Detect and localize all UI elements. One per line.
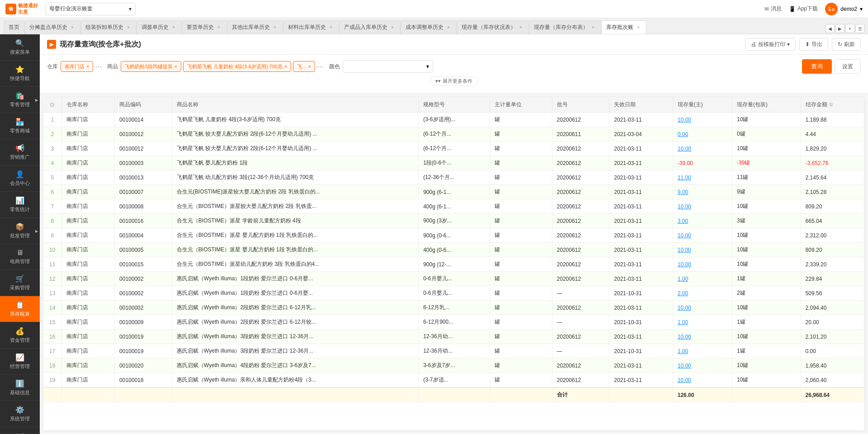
page-title: 现存量查询(按仓库+批次): [60, 40, 141, 49]
color-dropdown[interactable]: ▾: [343, 60, 433, 73]
expand-more-label[interactable]: ▾▾ 展开更多条件: [429, 76, 478, 86]
cell-qty-main[interactable]: 10.00: [673, 257, 732, 272]
product-tag-2[interactable]: 飞鹤星飞帆 儿童奶粉 4段(3-6岁适用) 700克 ×: [183, 61, 291, 72]
cell-qty-main[interactable]: 10.00: [673, 142, 732, 156]
cell-qty-main[interactable]: 10.00: [673, 330, 732, 344]
gear-settings-icon[interactable]: ⚙: [49, 101, 55, 108]
cell-name: 惠氏启赋（Wyeth illuma）4段奶粉 爱尔兰进口 3-6岁及7...: [172, 359, 418, 373]
tab-prev-btn[interactable]: ◀: [826, 24, 835, 33]
sidebar-item-member[interactable]: 👤 会员中心: [0, 165, 40, 192]
tab-chengben[interactable]: 成本调整单历史 ×: [401, 20, 457, 34]
tab-chengben-close[interactable]: ×: [445, 24, 452, 31]
tab-chanpin[interactable]: 产成品入库单历史 ×: [339, 20, 401, 34]
sidebar-item-collab[interactable]: 🤝 企业协同: [0, 427, 40, 434]
sidebar-item-purchase[interactable]: 🛒 采购管理: [0, 270, 40, 296]
cell-qty-pkg: 10罐: [732, 330, 801, 344]
query-btn[interactable]: 查询: [802, 59, 832, 74]
tab-xiancun1[interactable]: 现存量（库存状况表） ×: [457, 20, 529, 34]
sidebar-stats-label: 零售统计: [10, 206, 30, 213]
tab-qita-close[interactable]: ×: [272, 24, 278, 31]
tab-xiancun2[interactable]: 现存量（库存分布表） ×: [529, 20, 601, 34]
tab-cailiao-close[interactable]: ×: [328, 24, 334, 31]
sidebar-item-mall[interactable]: 🏪 零售商城: [0, 113, 40, 139]
product-tag-1-label: 飞鹤奶粉3段丙罐提装: [125, 63, 172, 70]
cell-no: 3: [43, 142, 61, 156]
refresh-btn[interactable]: ↻ 刷新: [832, 38, 861, 51]
balance-info-icon[interactable]: ①: [829, 102, 833, 107]
cell-qty-main[interactable]: 1.00: [673, 272, 732, 286]
cell-qty-main[interactable]: 0.00: [673, 127, 732, 142]
product-tag-1-close[interactable]: ×: [175, 64, 177, 69]
tab-next-btn[interactable]: ▶: [835, 24, 844, 33]
tab-chanpin-close[interactable]: ×: [389, 24, 396, 31]
cell-qty-main[interactable]: 10.00: [673, 359, 732, 373]
tab-diaobo-close[interactable]: ×: [170, 24, 177, 31]
cell-qty-main[interactable]: 10.00: [673, 228, 732, 243]
cell-qty-main[interactable]: 10.00: [673, 113, 732, 127]
sidebar-item-wholesale[interactable]: 📦 批发管理 ▶: [0, 218, 40, 244]
cell-qty-main[interactable]: 10.00: [673, 301, 732, 315]
expand-icon-btn[interactable]: ▶: [47, 40, 56, 49]
sidebar-item-search[interactable]: 🔍 搜索英单: [0, 34, 40, 61]
tab-yaohuo[interactable]: 要货单历史 ×: [182, 20, 227, 34]
product-more[interactable]: ···: [317, 62, 324, 71]
member-icon: 👤: [15, 170, 24, 179]
tab-qita[interactable]: 其他出库单历史 ×: [227, 20, 283, 34]
sidebar-item-basic[interactable]: ℹ️ 基础信息: [0, 375, 40, 401]
cell-qty-main[interactable]: 10.00: [673, 243, 732, 257]
expand-arrow-icon: ▾▾: [435, 78, 441, 84]
product-tag-3-close[interactable]: ×: [308, 64, 311, 69]
company-selector[interactable]: 母婴行业演示账套 ▾: [45, 3, 136, 15]
sidebar-item-nav[interactable]: ⭐ 快捷导航: [0, 61, 40, 87]
export-btn[interactable]: ⬆ 导出: [799, 38, 828, 51]
cell-qty-main[interactable]: 1.00: [673, 315, 732, 330]
app-download-btn[interactable]: 📱 App下载: [789, 5, 818, 13]
tab-home[interactable]: 首页: [4, 20, 24, 34]
cell-balance: 229.84: [801, 272, 864, 286]
sidebar-item-system[interactable]: ⚙️ 系统管理: [0, 401, 40, 427]
warehouse-tag[interactable]: 南库门店 ×: [61, 61, 93, 72]
cell-qty-main[interactable]: 9.00: [673, 185, 732, 199]
sidebar-item-retail[interactable]: 🛍️ 零售管理 ▶: [0, 87, 40, 113]
cell-qty-main[interactable]: 3.00: [673, 214, 732, 228]
message-btn[interactable]: ✉ 消息: [764, 5, 782, 13]
tab-fenpan[interactable]: 分摊盘点单历史 ×: [24, 20, 80, 34]
search-icon: 🔍: [15, 39, 24, 47]
warehouse-tag-close[interactable]: ×: [86, 64, 89, 69]
tab-zuchuan-close[interactable]: ×: [125, 24, 132, 31]
cell-qty-main[interactable]: 2.00: [673, 286, 732, 301]
tab-cailiao[interactable]: 材料出库单历史 ×: [283, 20, 339, 34]
tab-kucun-batch-close[interactable]: ×: [635, 24, 642, 31]
tab-yaohuo-close[interactable]: ×: [216, 24, 222, 31]
cell-name: 惠氏启赋（Wyeth illuma）3段奶粉 爱尔兰进口 12-36月...: [172, 330, 418, 344]
tab-diaobo[interactable]: 调拨单历史 ×: [137, 20, 182, 34]
sidebar-item-finance[interactable]: 💰 资金管理: [0, 322, 40, 349]
product-tag-2-close[interactable]: ×: [284, 64, 287, 69]
warehouse-more[interactable]: ···: [95, 62, 102, 71]
sidebar-item-marketing[interactable]: 📢 营销推广: [0, 139, 40, 165]
template-print-btn[interactable]: 🖨 按模板打印 ▾: [745, 38, 796, 51]
footer-empty2: [61, 387, 115, 402]
tab-xiancun1-close[interactable]: ×: [518, 24, 524, 31]
tab-fenpan-close[interactable]: ×: [69, 24, 75, 31]
sidebar-item-retail-stats[interactable]: 📊 零售统计: [0, 192, 40, 218]
cell-unit: 罐: [490, 272, 552, 286]
expand-more-btn[interactable]: ▾▾ 展开更多条件: [47, 74, 861, 89]
cell-qty-main[interactable]: 11.00: [673, 170, 732, 185]
sidebar-item-inventory[interactable]: 📋 库存核算: [0, 296, 40, 322]
product-tag-3[interactable]: 飞... ×: [293, 61, 315, 72]
sidebar-item-operations[interactable]: 📈 经营管理: [0, 349, 40, 375]
cell-qty-main[interactable]: 10.00: [673, 373, 732, 388]
tab-close-btn[interactable]: ×: [845, 24, 854, 33]
tab-kucun-batch[interactable]: 库存批次账 ×: [601, 20, 646, 34]
cell-code: 00100005: [115, 243, 172, 257]
tab-xiancun2-close[interactable]: ×: [590, 24, 596, 31]
sidebar-item-ecommerce[interactable]: 🖥 电商管理: [0, 244, 40, 270]
product-tag-1[interactable]: 飞鹤奶粉3段丙罐提装 ×: [121, 61, 181, 72]
user-area[interactable]: Ea demo2 ▾: [825, 3, 863, 15]
tab-zuchuan[interactable]: 组装拆卸单历史 ×: [80, 20, 137, 34]
cell-qty-main[interactable]: 10.00: [673, 199, 732, 214]
tab-menu-btn[interactable]: ☰: [855, 24, 864, 33]
cell-qty-main[interactable]: 1.00: [673, 344, 732, 359]
settings-btn[interactable]: 设置: [835, 59, 861, 74]
